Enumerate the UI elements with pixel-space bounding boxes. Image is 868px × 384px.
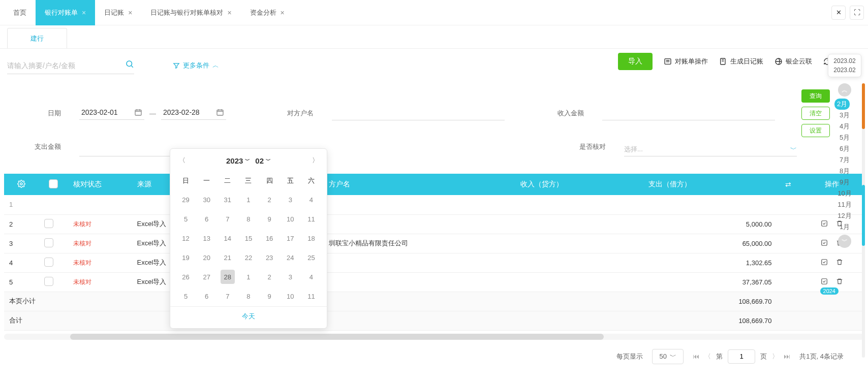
calendar-day[interactable]: 8 — [241, 212, 256, 226]
select-all-checkbox[interactable] — [49, 179, 58, 188]
next-page-button[interactable]: 〉 — [772, 352, 779, 361]
delete-icon[interactable] — [836, 278, 843, 286]
calendar-day[interactable]: 4 — [304, 193, 318, 207]
calendar-day[interactable]: 7 — [221, 289, 235, 303]
search-icon[interactable] — [125, 59, 134, 71]
check-icon[interactable] — [821, 278, 828, 286]
timeline-month[interactable]: 6月 — [834, 143, 855, 154]
calendar-day[interactable]: 25 — [304, 250, 318, 265]
calendar-day[interactable]: 30 — [200, 193, 214, 207]
date-to-picker[interactable]: 2023-02-28 — [161, 107, 226, 120]
tab-reconcile[interactable]: 日记账与银行对账单核对× — [141, 0, 240, 25]
calendar-day[interactable]: 21 — [221, 250, 235, 265]
tab-journal[interactable]: 日记账× — [95, 0, 141, 25]
calendar-month-select[interactable]: 02﹀ — [255, 156, 271, 165]
timeline-month[interactable]: 8月 — [834, 166, 855, 177]
statement-actions-menu[interactable]: 对账单操作 — [664, 57, 708, 66]
timeline-month[interactable]: 4月 — [834, 121, 855, 132]
calendar-day[interactable]: 19 — [179, 250, 193, 265]
date-from-picker[interactable]: 2023-02-01 — [79, 107, 144, 120]
calendar-year-select[interactable]: 2023﹀ — [226, 156, 250, 165]
col-narrow[interactable]: ⇄ — [777, 174, 800, 195]
timeline-pill-from[interactable]: 2023.02 — [832, 57, 857, 65]
calendar-day[interactable]: 31 — [221, 193, 235, 207]
calendar-day[interactable]: 3 — [283, 193, 297, 207]
calendar-day[interactable]: 24 — [283, 250, 297, 265]
timeline-month[interactable]: 1月 — [834, 221, 855, 233]
calendar-day[interactable]: 6 — [200, 212, 214, 226]
calendar-day[interactable]: 28 — [221, 270, 235, 284]
timeline-month[interactable]: 9月 — [834, 177, 855, 188]
check-icon[interactable] — [821, 220, 828, 229]
calendar-day[interactable]: 11 — [304, 212, 318, 226]
horizontal-scrollbar[interactable] — [4, 334, 864, 340]
close-icon[interactable]: × — [128, 9, 132, 17]
check-icon[interactable] — [821, 239, 828, 248]
timeline-month[interactable]: 2月 — [834, 99, 850, 110]
calendar-day[interactable]: 9 — [262, 289, 276, 303]
row-checkbox[interactable] — [44, 238, 53, 247]
col-select-all[interactable] — [39, 174, 68, 195]
calendar-day[interactable]: 10 — [283, 289, 297, 303]
more-filters-toggle[interactable]: 更多条件 ︿ — [173, 61, 219, 70]
close-icon[interactable]: × — [82, 9, 86, 17]
timeline-month[interactable]: 7月 — [834, 154, 855, 166]
calendar-day[interactable]: 3 — [283, 270, 297, 284]
calendar-day[interactable]: 6 — [200, 289, 214, 303]
fullscreen-button[interactable]: ⛶ — [850, 6, 864, 20]
party-name-input[interactable] — [332, 106, 505, 120]
query-button[interactable]: 查询 — [801, 89, 830, 103]
calendar-day[interactable]: 16 — [262, 231, 276, 245]
calendar-day[interactable]: 27 — [200, 270, 214, 284]
close-panel-button[interactable]: ✕ — [831, 6, 846, 20]
calendar-day[interactable]: 5 — [179, 289, 193, 303]
calendar-day[interactable]: 29 — [179, 193, 193, 207]
row-checkbox[interactable] — [44, 277, 53, 286]
clear-button[interactable]: 清空 — [801, 107, 830, 120]
timeline-up-button[interactable]: ︽ — [838, 83, 851, 97]
calendar-day[interactable]: 9 — [262, 212, 276, 226]
calendar-day[interactable]: 10 — [283, 212, 297, 226]
close-icon[interactable]: × — [227, 9, 231, 17]
timeline-month[interactable]: 10月 — [834, 188, 855, 199]
calendar-today-button[interactable]: 今天 — [170, 306, 327, 328]
calendar-day[interactable]: 7 — [221, 212, 235, 226]
calendar-day[interactable]: 12 — [179, 231, 193, 245]
calendar-day[interactable]: 1 — [241, 270, 256, 284]
timeline-month[interactable]: 11月 — [834, 199, 855, 210]
tab-bank-statement[interactable]: 银行对账单× — [36, 0, 95, 25]
calendar-day[interactable]: 5 — [179, 212, 193, 226]
timeline-scrollbar[interactable] — [862, 83, 865, 358]
close-icon[interactable]: × — [281, 9, 285, 17]
calendar-day[interactable]: 2 — [262, 193, 276, 207]
calendar-day[interactable]: 22 — [241, 250, 256, 265]
timeline-month[interactable]: 5月 — [834, 132, 855, 143]
per-page-select[interactable]: 50﹀ — [652, 349, 684, 364]
calendar-next-button[interactable]: 〉 — [307, 156, 323, 165]
first-page-button[interactable]: ⏮ — [693, 353, 699, 360]
row-checkbox[interactable] — [44, 258, 53, 267]
check-icon[interactable] — [821, 259, 828, 267]
settings-button[interactable]: 设置 — [801, 124, 830, 137]
timeline-down-button[interactable]: ︾ — [838, 235, 851, 248]
tab-fund-analysis[interactable]: 资金分析× — [241, 0, 294, 25]
calendar-day[interactable]: 1 — [241, 193, 256, 207]
income-amount-input[interactable] — [602, 106, 775, 120]
col-gear[interactable] — [4, 174, 39, 195]
sub-tab-bank[interactable]: 建行 — [7, 28, 67, 48]
calendar-prev-button[interactable]: 〈 — [174, 156, 190, 165]
calendar-day[interactable]: 15 — [241, 231, 256, 245]
calendar-day[interactable]: 4 — [304, 270, 318, 284]
matched-select[interactable]: 选择... ﹀ — [624, 142, 797, 156]
calendar-day[interactable]: 14 — [221, 231, 235, 245]
calendar-day[interactable]: 20 — [200, 250, 214, 265]
search-input[interactable] — [7, 61, 125, 70]
calendar-day[interactable]: 11 — [304, 289, 318, 303]
import-button[interactable]: 导入 — [618, 53, 653, 70]
generate-journal-button[interactable]: 生成日记账 — [719, 57, 763, 66]
calendar-day[interactable]: 23 — [262, 250, 276, 265]
row-checkbox[interactable] — [44, 219, 53, 228]
calendar-day[interactable]: 2 — [262, 270, 276, 284]
calendar-day[interactable]: 8 — [241, 289, 256, 303]
page-input[interactable] — [728, 349, 755, 364]
